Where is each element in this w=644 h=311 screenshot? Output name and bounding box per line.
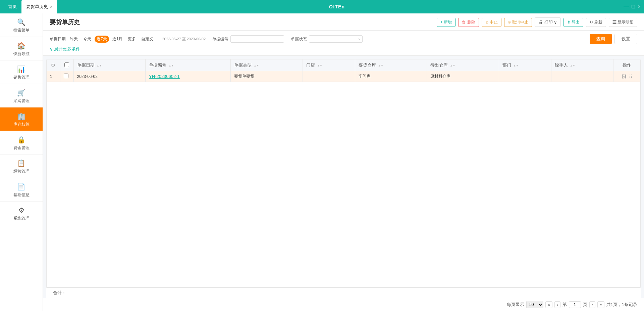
date-option-1month[interactable]: 近1月 <box>110 36 125 43</box>
export-button[interactable]: ⬆ 导出 <box>564 18 583 27</box>
system-icon: ⚙ <box>18 206 24 214</box>
query-button[interactable]: 查询 <box>590 34 612 44</box>
row-view-icon[interactable]: 🖼 <box>622 74 626 79</box>
expand-label: 展开更多条件 <box>54 46 80 52</box>
date-option-yesterday[interactable]: 昨天 <box>68 36 80 43</box>
minimize-icon[interactable]: — <box>624 4 629 10</box>
sidebar-item-basic-info[interactable]: 📄 基础信息 <box>0 178 43 202</box>
th-store[interactable]: 门店 ▲▼ <box>303 59 355 71</box>
sidebar-item-ops[interactable]: 📋 经营管理 <box>0 154 43 178</box>
row-doc-type: 要货单要货 <box>231 71 303 82</box>
brand-label: OfTEn <box>329 4 352 9</box>
th-department[interactable]: 部门 ▲▼ <box>499 59 551 71</box>
pagination: 每页显示 50 20 100 « ‹ 第 页 › » 共1页，1条记录 <box>43 298 644 311</box>
tab-bar: 首页 要货单历史 × <box>3 0 57 13</box>
main-layout: 🔍 搜索菜单 🏠 快捷导航 📊 销售管理 🛒 采购管理 🏢 库存核算 🔒 资金管… <box>0 13 644 311</box>
row-more-icon[interactable]: ⠿ <box>629 74 632 79</box>
row-store <box>303 71 355 82</box>
page-size-select[interactable]: 50 20 100 <box>526 301 543 308</box>
search-menu-icon: 🔍 <box>17 18 25 26</box>
top-bar: 首页 要货单历史 × OfTEn — □ × <box>0 0 644 13</box>
first-page-button[interactable]: « <box>545 301 552 308</box>
refresh-button[interactable]: ↻ 刷新 <box>586 18 606 27</box>
date-option-today[interactable]: 今天 <box>81 36 93 43</box>
sidebar-item-label-purchase: 采购管理 <box>13 98 30 104</box>
page-label: 第 <box>562 302 567 308</box>
date-option-custom[interactable]: 自定义 <box>139 36 155 43</box>
sidebar-item-label-search: 搜索菜单 <box>13 28 30 33</box>
sidebar-item-quick-nav[interactable]: 🏠 快捷导航 <box>0 37 43 60</box>
th-doc-no[interactable]: 单据编号 ▲▼ <box>146 59 231 71</box>
doc-status-select-wrapper: ∨ <box>309 35 363 43</box>
display-detail-button[interactable]: ☰ 显示明细 <box>609 18 637 27</box>
doc-status-select[interactable] <box>309 35 363 43</box>
print-button[interactable]: 🖨 打印 ∨ <box>535 17 561 27</box>
maximize-icon[interactable]: □ <box>632 4 635 10</box>
inventory-icon: 🏢 <box>17 112 25 120</box>
date-option-7days[interactable]: 近7天 <box>95 36 109 43</box>
row-req-warehouse: 车间库 <box>355 71 427 82</box>
sidebar-item-inventory[interactable]: 🏢 库存核算 <box>0 107 43 131</box>
tab-home[interactable]: 首页 <box>3 0 21 13</box>
row-doc-date: 2023-06-02 <box>73 71 146 82</box>
row-checkbox[interactable] <box>64 74 68 78</box>
close-tab-icon[interactable]: × <box>50 4 52 9</box>
summary-label: 合计： <box>53 290 66 296</box>
sidebar-item-label-inventory: 库存核算 <box>13 122 30 127</box>
th-doc-date-label: 单据日期 <box>77 62 95 68</box>
th-handler[interactable]: 经手人 ▲▼ <box>551 59 613 71</box>
summary-bar: 合计： <box>46 287 641 298</box>
last-page-button[interactable]: » <box>597 301 604 308</box>
table-settings-gear-icon[interactable]: ⚙ <box>51 62 55 68</box>
sidebar-item-sales[interactable]: 📊 销售管理 <box>0 60 43 84</box>
date-filter-group: 单据日期 昨天 今天 近7天 近1月 更多 自定义 <box>50 36 155 43</box>
ops-icon: 📋 <box>17 159 25 167</box>
th-pending-warehouse-label: 待出仓库 <box>430 62 448 68</box>
row-ops-cell: 🖼 ⠿ <box>613 71 640 82</box>
prev-page-button[interactable]: ‹ <box>554 301 560 308</box>
tab-requisition-history[interactable]: 要货单历史 × <box>21 0 57 13</box>
th-doc-type[interactable]: 单据类型 ▲▼ <box>231 59 303 71</box>
doc-status-label: 单据状态 <box>291 36 307 42</box>
sidebar-item-system[interactable]: ⚙ 系统管理 <box>0 202 43 225</box>
filter-settings-button[interactable]: 设置 <box>614 34 637 44</box>
sort-doc-no-icon: ▲▼ <box>168 64 174 67</box>
home-icon: 🏠 <box>17 42 25 50</box>
cancel-stop-button[interactable]: ⊙ 取消中止 <box>504 18 532 27</box>
basic-info-icon: 📄 <box>17 183 25 191</box>
tab-active-label: 要货单历史 <box>26 4 48 10</box>
doc-no-label: 单据编号 <box>212 36 228 42</box>
th-settings: ⚙ <box>47 59 60 71</box>
th-req-warehouse-label: 要货仓库 <box>359 62 376 68</box>
sidebar-item-search-menu[interactable]: 🔍 搜索菜单 <box>0 13 43 37</box>
th-pending-warehouse[interactable]: 待出仓库 ▲▼ <box>427 59 499 71</box>
delete-button[interactable]: 🗑 删除 <box>458 18 479 27</box>
toolbar: + 新增 🗑 删除 ⊙ 中止 ⊙ 取消中止 🖨 打印 ∨ ⬆ 导出 ↻ 刷新 ☰… <box>437 17 637 30</box>
th-ops: 操作 <box>613 59 640 71</box>
doc-no-input[interactable] <box>230 35 284 43</box>
row-doc-no-link[interactable]: YH-20230602-1 <box>149 74 180 79</box>
date-options: 昨天 今天 近7天 近1月 更多 自定义 <box>68 36 155 43</box>
row-handler <box>551 71 613 82</box>
close-window-icon[interactable]: × <box>638 4 641 10</box>
stop-button[interactable]: ⊙ 中止 <box>482 18 501 27</box>
row-ops-icons: 🖼 ⠿ <box>617 74 637 79</box>
page-title: 要货单历史 <box>50 18 80 26</box>
expand-more-button[interactable]: ∨ 展开更多条件 <box>50 46 637 52</box>
th-req-warehouse[interactable]: 要货仓库 ▲▼ <box>355 59 427 71</box>
select-all-checkbox[interactable] <box>64 62 69 67</box>
data-table: ⚙ 单据日期 ▲▼ 单据编号 ▲▼ <box>47 59 640 82</box>
next-page-button[interactable]: › <box>589 301 595 308</box>
filter-row: 单据日期 昨天 今天 近7天 近1月 更多 自定义 2023-05-27 至 2… <box>50 34 637 44</box>
sort-store-icon: ▲▼ <box>317 64 322 67</box>
sidebar-item-label-finance: 资金管理 <box>13 145 30 151</box>
th-department-label: 部门 <box>502 62 511 68</box>
date-option-more[interactable]: 更多 <box>126 36 138 43</box>
sidebar-item-finance[interactable]: 🔒 资金管理 <box>0 131 43 154</box>
new-button[interactable]: + 新增 <box>437 18 455 27</box>
page-size-label: 每页显示 <box>507 302 524 308</box>
th-doc-date[interactable]: 单据日期 ▲▼ <box>73 59 146 71</box>
date-range-display: 2023-05-27 至 2023-06-02 <box>162 37 206 42</box>
page-number-input[interactable] <box>569 301 581 308</box>
sidebar-item-purchase[interactable]: 🛒 采购管理 <box>0 84 43 107</box>
